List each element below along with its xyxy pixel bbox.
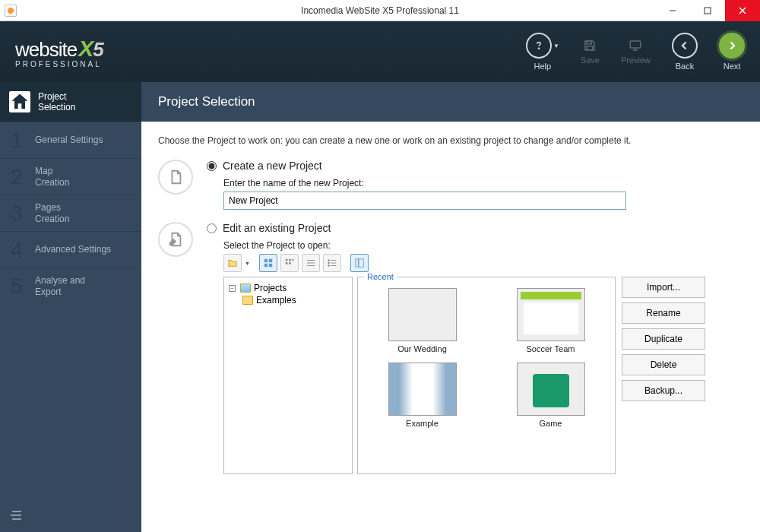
sidebar-current-step[interactable]: ProjectSelection <box>0 82 141 122</box>
svg-rect-7 <box>631 41 641 48</box>
page-intro: Choose the Project to work on: you can c… <box>158 135 743 146</box>
create-project-radio[interactable]: Create a new Project <box>207 160 743 172</box>
import-button[interactable]: Import... <box>622 277 705 298</box>
svg-point-4 <box>538 48 539 49</box>
app-icon <box>5 5 17 17</box>
collapse-icon[interactable]: − <box>229 285 236 292</box>
help-button[interactable]: ▼ Help <box>526 33 559 71</box>
recent-projects-panel: Recent Our Wedding Soccer Team Example G… <box>357 277 616 474</box>
document-icon <box>158 160 193 195</box>
recent-project-example[interactable]: Example <box>364 363 480 428</box>
duplicate-button[interactable]: Duplicate <box>622 328 705 350</box>
svg-rect-1 <box>705 8 711 14</box>
folder-icon <box>240 283 251 293</box>
chevron-left-icon <box>672 33 698 59</box>
project-name-input[interactable] <box>223 192 626 210</box>
app-logo: websiteX5 PROFESSIONAL <box>15 36 103 68</box>
view-large-icons-icon[interactable] <box>259 254 277 272</box>
thumbnail-icon <box>388 363 457 416</box>
project-name-label: Enter the name of the new Project: <box>223 178 743 188</box>
project-view-toolbar: ▼ <box>223 254 743 272</box>
minimize-button[interactable] <box>655 0 690 21</box>
sidebar-step-3[interactable]: 3Pages Creation <box>0 195 141 231</box>
svg-rect-15 <box>264 264 268 267</box>
logo-x5: 5 <box>93 38 103 61</box>
content-area: Project Selection Choose the Project to … <box>141 82 760 532</box>
project-tree[interactable]: −Projects Examples <box>223 277 353 474</box>
svg-rect-21 <box>289 262 291 264</box>
chevron-down-icon[interactable]: ▼ <box>245 261 250 266</box>
recent-project-game[interactable]: Game <box>492 363 609 428</box>
svg-rect-6 <box>587 46 594 50</box>
recent-legend: Recent <box>364 272 397 281</box>
collapse-sidebar-icon[interactable] <box>0 501 141 532</box>
edit-project-section: Edit an existing Project Select the Proj… <box>158 222 743 474</box>
view-details-icon[interactable] <box>323 254 341 272</box>
folder-icon <box>242 296 253 305</box>
view-list-icon[interactable] <box>302 254 320 272</box>
svg-point-25 <box>328 260 330 261</box>
page-title: Project Selection <box>141 82 760 122</box>
preview-button[interactable]: Preview <box>621 39 651 65</box>
svg-rect-18 <box>289 259 291 261</box>
svg-rect-17 <box>286 259 288 261</box>
thumbnail-icon <box>517 363 585 416</box>
tree-child[interactable]: Examples <box>242 294 347 306</box>
edit-project-radio[interactable]: Edit an existing Project <box>207 222 743 234</box>
sidebar-step-4[interactable]: 4Advanced Settings <box>0 231 141 268</box>
monitor-icon <box>629 39 642 52</box>
recent-project-our-wedding[interactable]: Our Wedding <box>364 288 480 353</box>
help-icon <box>526 33 552 59</box>
backup-button[interactable]: Backup... <box>622 380 705 401</box>
chevron-right-icon <box>719 33 745 59</box>
save-label: Save <box>581 55 600 65</box>
help-label: Help <box>534 62 552 71</box>
home-icon <box>9 91 30 112</box>
view-small-icons-icon[interactable] <box>280 254 299 272</box>
create-project-section: Create a new Project Enter the name of t… <box>158 160 743 210</box>
svg-rect-20 <box>286 262 288 264</box>
sidebar-step-5[interactable]: 5Analyse and Export <box>0 268 141 304</box>
sidebar-current-line1: Project <box>38 91 66 102</box>
window-title: Incomedia WebSite X5 Professional 11 <box>0 5 760 16</box>
svg-rect-5 <box>587 41 592 44</box>
svg-rect-32 <box>359 259 363 268</box>
select-project-label: Select the Project to open: <box>223 240 743 251</box>
open-folder-icon[interactable] <box>223 254 242 272</box>
maximize-button[interactable] <box>690 0 725 21</box>
thumbnail-icon <box>388 288 457 341</box>
save-icon <box>583 39 597 52</box>
svg-point-27 <box>328 262 330 264</box>
svg-rect-31 <box>356 259 359 268</box>
delete-button[interactable]: Delete <box>622 354 705 375</box>
next-button[interactable]: Next <box>719 33 745 71</box>
thumbnail-icon <box>517 288 585 341</box>
svg-point-29 <box>328 265 330 267</box>
rename-button[interactable]: Rename <box>622 302 705 324</box>
chevron-down-icon: ▼ <box>553 43 559 49</box>
step-sidebar: ProjectSelection 1General Settings 2Map … <box>0 82 141 532</box>
project-action-buttons: Import... Rename Duplicate Delete Backup… <box>622 277 705 474</box>
svg-rect-19 <box>292 259 293 261</box>
logo-brand: website <box>15 38 77 62</box>
next-label: Next <box>724 62 741 71</box>
edit-document-icon <box>158 222 193 257</box>
back-label: Back <box>676 62 694 71</box>
tree-root[interactable]: −Projects <box>229 282 347 294</box>
back-button[interactable]: Back <box>672 33 698 71</box>
preview-label: Preview <box>621 55 651 65</box>
recent-project-soccer-team[interactable]: Soccer Team <box>492 288 609 353</box>
app-header: websiteX5 PROFESSIONAL ▼ Help Save Previ… <box>0 21 760 82</box>
toggle-tree-panel-icon[interactable] <box>350 254 369 272</box>
close-button[interactable] <box>725 0 760 21</box>
svg-rect-14 <box>269 259 272 262</box>
sidebar-step-2[interactable]: 2Map Creation <box>0 158 141 195</box>
sidebar-current-line2: Selection <box>38 102 75 112</box>
svg-rect-16 <box>269 264 272 267</box>
svg-rect-13 <box>264 259 268 262</box>
window-titlebar: Incomedia WebSite X5 Professional 11 <box>0 0 760 21</box>
header-toolbar: ▼ Help Save Preview Back Next <box>526 33 745 71</box>
save-button[interactable]: Save <box>581 39 600 65</box>
sidebar-step-1[interactable]: 1General Settings <box>0 122 141 158</box>
